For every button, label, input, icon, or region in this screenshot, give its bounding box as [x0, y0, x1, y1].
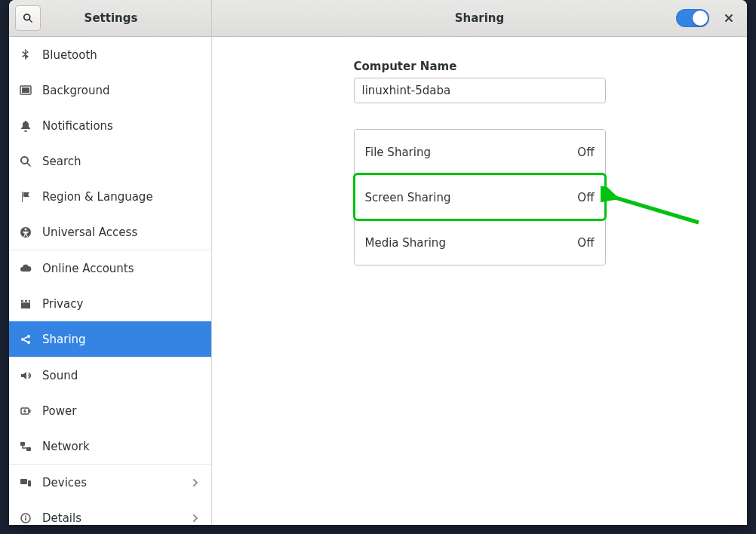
titlebar-left: Settings: [9, 0, 212, 36]
option-status: Off: [577, 236, 594, 250]
svg-line-16: [613, 197, 699, 222]
svg-rect-12: [28, 480, 31, 486]
share-icon: [20, 333, 32, 345]
sidebar-item-background[interactable]: Background: [9, 72, 211, 108]
computer-name-input[interactable]: [354, 78, 606, 103]
search-icon: [20, 155, 32, 167]
bluetooth-icon: [20, 49, 32, 61]
flag-icon: [20, 191, 32, 203]
svg-rect-9: [20, 442, 25, 446]
sidebar-item-label: Devices: [42, 476, 192, 490]
option-label: Media Sharing: [365, 236, 578, 250]
titlebar: Settings Sharing: [9, 0, 747, 37]
cloud-icon: [20, 262, 32, 275]
svg-point-3: [25, 228, 27, 230]
sidebar-item-label: Power: [42, 404, 199, 418]
sidebar-item-sound[interactable]: Sound: [9, 358, 211, 393]
sharing-master-toggle[interactable]: [676, 9, 709, 27]
sidebar-item-label: Sharing: [42, 333, 199, 346]
sidebar-item-label: Background: [42, 84, 199, 97]
sidebar-item-label: Online Accounts: [42, 262, 199, 275]
sidebar-item-devices[interactable]: Devices: [9, 465, 211, 500]
sidebar-item-bluetooth[interactable]: Bluetooth: [9, 37, 211, 72]
sidebar-item-search[interactable]: Search: [9, 143, 211, 179]
sidebar-item-label: Universal Access: [42, 226, 199, 239]
sidebar-item-label: Region & Language: [42, 190, 199, 204]
svg-point-4: [21, 338, 24, 341]
sidebar-item-region-language[interactable]: Region & Language: [9, 179, 211, 214]
option-row-media-sharing[interactable]: Media SharingOff: [355, 219, 605, 265]
option-label: File Sharing: [365, 146, 578, 159]
sidebar-item-label: Search: [42, 155, 199, 168]
titlebar-right: Sharing: [212, 0, 747, 36]
sidebar: BluetoothBackgroundNotificationsSearchRe…: [9, 37, 212, 525]
search-button[interactable]: [15, 5, 41, 31]
sharing-options-list: File SharingOffScreen SharingOffMedia Sh…: [354, 129, 606, 265]
option-status: Off: [577, 191, 594, 204]
privacy-icon: [20, 298, 32, 310]
sidebar-item-label: Details: [42, 511, 192, 525]
power-icon: [20, 405, 32, 417]
sidebar-item-privacy[interactable]: Privacy: [9, 286, 211, 321]
option-status: Off: [577, 146, 594, 159]
sidebar-title: Settings: [41, 11, 211, 25]
settings-window: Settings Sharing BluetoothBackgroundNoti…: [9, 0, 747, 525]
sidebar-item-network[interactable]: Network: [9, 428, 211, 464]
sidebar-item-sharing[interactable]: Sharing: [9, 321, 211, 357]
sidebar-item-label: Sound: [42, 369, 199, 382]
svg-rect-11: [20, 479, 27, 484]
annotation-arrow: [601, 186, 706, 232]
chevron-right-icon: [192, 511, 199, 525]
sidebar-item-online-accounts[interactable]: Online Accounts: [9, 250, 211, 286]
option-row-file-sharing[interactable]: File SharingOff: [355, 130, 605, 174]
content-inner: Computer Name File SharingOffScreen Shar…: [354, 60, 606, 265]
speaker-icon: [20, 370, 32, 382]
option-row-screen-sharing[interactable]: Screen SharingOff: [355, 174, 605, 219]
computer-name-label: Computer Name: [354, 60, 606, 73]
svg-rect-1: [22, 87, 29, 93]
window-body: BluetoothBackgroundNotificationsSearchRe…: [9, 37, 747, 525]
chevron-right-icon: [192, 476, 199, 490]
option-label: Screen Sharing: [365, 191, 578, 204]
sidebar-item-label: Network: [42, 440, 199, 453]
close-icon: [724, 14, 733, 23]
sidebar-item-details[interactable]: Details: [9, 500, 211, 525]
bell-icon: [20, 120, 32, 132]
svg-rect-15: [25, 515, 26, 517]
content-pane: Computer Name File SharingOffScreen Shar…: [212, 37, 747, 525]
details-icon: [20, 512, 32, 524]
search-icon: [23, 13, 33, 23]
svg-rect-10: [26, 447, 31, 451]
svg-point-5: [27, 335, 30, 338]
svg-rect-8: [29, 410, 31, 413]
sidebar-item-notifications[interactable]: Notifications: [9, 108, 211, 143]
background-icon: [20, 84, 32, 97]
page-title: Sharing: [212, 11, 747, 25]
sidebar-item-universal-access[interactable]: Universal Access: [9, 214, 211, 250]
devices-icon: [20, 477, 32, 489]
svg-rect-14: [25, 517, 26, 520]
sidebar-item-label: Notifications: [42, 119, 199, 133]
sidebar-item-power[interactable]: Power: [9, 393, 211, 428]
accessibility-icon: [20, 226, 32, 238]
network-icon: [20, 440, 32, 453]
svg-point-6: [27, 341, 30, 344]
sidebar-item-label: Privacy: [42, 297, 199, 311]
close-button[interactable]: [717, 6, 741, 30]
sidebar-item-label: Bluetooth: [42, 48, 199, 62]
